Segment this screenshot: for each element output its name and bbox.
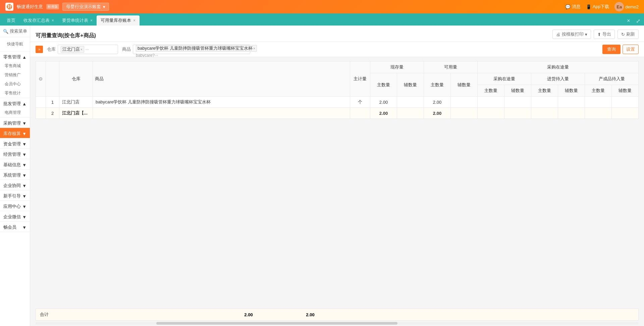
sidebar-item-ecommerce[interactable]: 电商管理 xyxy=(0,108,30,117)
corp-toggle-icon: ▼ xyxy=(22,183,26,188)
td-purchase-main-2 xyxy=(478,108,504,119)
template-badge: 标准版 xyxy=(46,4,59,9)
tab-close-available-stock[interactable]: × xyxy=(133,18,136,22)
footer-total-area: 2.00 2.00 xyxy=(67,312,634,317)
footer-available-main: 2.00 xyxy=(297,312,324,317)
basic-label: 基础信息 xyxy=(3,162,21,168)
query-btn[interactable]: 查询 xyxy=(602,45,621,54)
warehouse-filter: 仓库 江北门店 × ··· xyxy=(47,45,118,54)
app-logo: 好 xyxy=(5,3,13,11)
content-area: 可用量查询(按仓库+商品) 🖨 按模板打印 ▾ ⬆ 导出 ↻ 刷新 » xyxy=(30,26,644,326)
tab-close-receive-summary[interactable]: × xyxy=(52,18,54,22)
sidebar-section-header-corp[interactable]: 企业协同 ▼ xyxy=(0,180,30,190)
sidebar-section-inventory: 库存核算 ▼ xyxy=(0,128,30,138)
sidebar-item-members[interactable]: 会员中心 xyxy=(0,80,30,89)
close-tabs-btn[interactable]: × xyxy=(625,17,632,24)
sidebar-section-header-wholesale[interactable]: 批发管理 ▲ xyxy=(0,98,30,108)
warehouse-input[interactable]: 江北门店 × ··· xyxy=(58,45,118,54)
sidebar-section-header-apps[interactable]: 应用中心 ▼ xyxy=(0,201,30,211)
sidebar-section-header-system[interactable]: 系统管理 ▼ xyxy=(0,170,30,180)
tab-home[interactable]: 首页 xyxy=(3,15,19,26)
td-unit-2 xyxy=(350,108,370,119)
operations-label: 经营管理 xyxy=(3,151,21,157)
member-label: 畅会员 xyxy=(3,224,16,230)
message-label: 消息 xyxy=(572,4,581,10)
sidebar-section-retail: 零售管理 ▲ 零售商城 营销推广 会员中心 零售统计 xyxy=(0,51,30,98)
filter-expand-btn[interactable]: » xyxy=(36,46,43,53)
purchase-toggle-icon: ▼ xyxy=(22,121,26,126)
apps-label: 应用中心 xyxy=(3,203,21,209)
sidebar-section-header-inventory[interactable]: 库存核算 ▼ xyxy=(0,128,30,138)
corp-label: 企业协同 xyxy=(3,183,21,189)
th-available-main: 主数量 xyxy=(424,73,451,97)
wechat-toggle-icon: ▼ xyxy=(22,215,26,220)
td-incoming-aux-1 xyxy=(558,97,585,108)
warehouse-ellipsis[interactable]: ··· xyxy=(86,47,89,52)
sidebar-item-marketing[interactable]: 营销推广 xyxy=(0,71,30,80)
user-profile[interactable]: Ea demo2 xyxy=(614,2,639,11)
tab-bar: 首页 收发存汇总表 × 要货单统计表 × 可用量库存账本 × × ⤢ xyxy=(0,13,644,26)
sidebar-section-header-member[interactable]: 畅会员 ▼ xyxy=(0,222,30,232)
system-toggle-icon: ▼ xyxy=(22,173,26,178)
export-icon: ⬆ xyxy=(597,32,601,37)
sidebar-quick-nav: 快捷导航 xyxy=(0,37,30,51)
td-seq-1: 1 xyxy=(46,97,59,108)
settings-btn[interactable]: 设置 xyxy=(623,45,639,54)
industry-selector[interactable]: 母婴行业演示账套 ▾ xyxy=(62,3,109,11)
td-settings-1 xyxy=(36,97,46,108)
sidebar-section-header-purchase[interactable]: 采购管理 ▼ xyxy=(0,118,30,128)
tab-close-order-stats[interactable]: × xyxy=(90,18,93,22)
member-toggle-icon: ▼ xyxy=(22,225,26,230)
table-container: ⚙ 仓库 商品 主计量 现存量 可用量 采购在途量 主数量 辅数量 主数量 xyxy=(30,57,644,309)
app-download-label: App下载 xyxy=(593,4,609,10)
sidebar-section-header-guide[interactable]: 新手引导 ▼ xyxy=(0,190,30,200)
th-production-aux: 辅数量 xyxy=(612,85,639,97)
sidebar-item-retail-stats[interactable]: 零售统计 xyxy=(0,89,30,98)
product-tag-close[interactable]: × xyxy=(253,47,255,50)
message-btn[interactable]: 💬 消息 xyxy=(565,4,581,10)
tab-available-stock[interactable]: 可用量库存账本 × xyxy=(97,15,140,26)
scroll-thumb[interactable] xyxy=(156,322,397,325)
inventory-label: 库存核算 xyxy=(3,131,21,137)
guide-label: 新手引导 xyxy=(3,193,21,199)
table-row: 1 江北门店 babycare学饮杯 儿童防摔防撞吸管杯重力球吸嘴杯宝宝水杯 个… xyxy=(36,97,639,108)
apps-toggle-icon: ▼ xyxy=(22,204,26,209)
export-btn[interactable]: ⬆ 导出 xyxy=(594,30,615,39)
system-label: 系统管理 xyxy=(3,172,21,178)
th-purchase-transit: 采购在途量 xyxy=(478,73,531,85)
product-input[interactable]: babycare学饮杯 儿童防摔防撞吸管杯重力球吸嘴杯宝宝水杯 × babyca… xyxy=(133,45,250,54)
warehouse-tag-close[interactable]: × xyxy=(80,48,83,51)
sidebar-section-header-operations[interactable]: 经营管理 ▼ xyxy=(0,149,30,159)
td-available-aux-2 xyxy=(451,108,478,119)
tab-receive-summary[interactable]: 收发存汇总表 × xyxy=(19,15,58,26)
th-purchase-main: 主数量 xyxy=(478,85,504,97)
guide-toggle-icon: ▼ xyxy=(22,194,26,199)
product-filter: 商品 babycare学饮杯 儿童防摔防撞吸管杯重力球吸嘴杯宝宝水杯 × bab… xyxy=(122,45,250,54)
td-production-main-1 xyxy=(585,97,612,108)
th-available: 可用量 xyxy=(424,61,478,73)
horizontal-scrollbar[interactable] xyxy=(36,322,639,325)
td-warehouse-1: 江北门店 xyxy=(59,97,93,108)
td-purchase-main-1 xyxy=(478,97,504,108)
th-purchase-aux: 辅数量 xyxy=(504,85,531,97)
search-menu-btn[interactable]: 🔍 搜索菜单 xyxy=(2,28,28,34)
expand-tabs-btn[interactable]: ⤢ xyxy=(635,17,641,24)
sidebar-section-header-retail[interactable]: 零售管理 ▲ xyxy=(0,51,30,61)
td-product-2 xyxy=(93,108,350,119)
sidebar-item-retail-mall[interactable]: 零售商城 xyxy=(0,61,30,71)
tab-order-stats[interactable]: 要货单统计表 × xyxy=(58,15,97,26)
sidebar-section-header-finance[interactable]: 资金管理 ▼ xyxy=(0,138,30,148)
td-current-aux-1 xyxy=(397,97,424,108)
app-download-btn[interactable]: 📱 App下载 xyxy=(586,4,609,10)
avatar-initials: Ea xyxy=(616,4,622,9)
refresh-btn[interactable]: ↻ 刷新 xyxy=(618,30,639,39)
sidebar-item-quick-nav[interactable]: 快捷导航 xyxy=(0,39,30,49)
product-tag: babycare学饮杯 儿童防摔防撞吸管杯重力球吸嘴杯宝宝水杯 × xyxy=(136,45,257,52)
sidebar-section-header-basic[interactable]: 基础信息 ▼ xyxy=(0,159,30,169)
template-print-btn[interactable]: 🖨 按模板打印 ▾ xyxy=(552,30,591,39)
sidebar-section-header-wechat[interactable]: 企业微信 ▼ xyxy=(0,211,30,221)
page-header-actions: 🖨 按模板打印 ▾ ⬆ 导出 ↻ 刷新 xyxy=(552,30,639,42)
gear-icon[interactable]: ⚙ xyxy=(39,76,43,82)
refresh-icon: ↻ xyxy=(621,32,625,37)
filter-bar: » 仓库 江北门店 × ··· 商品 babycare学饮杯 儿童防摔防撞吸管杯… xyxy=(30,42,644,57)
